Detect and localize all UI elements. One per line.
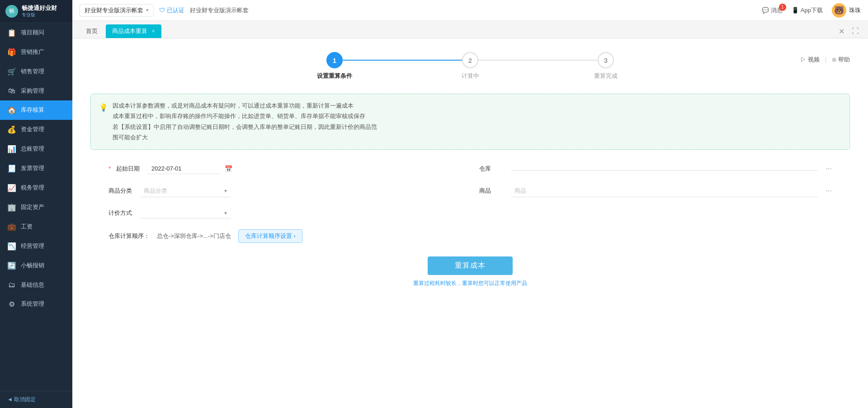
warehouse-order-settings-btn[interactable]: 仓库计算顺序设置 › <box>238 229 302 243</box>
nav-icon-basic: 🗂 <box>7 281 16 289</box>
sidebar-item-system[interactable]: ⚙系统管理 <box>0 294 72 314</box>
sidebar-item-invoice[interactable]: 🧾发票管理 <box>0 159 72 178</box>
step-2-circle: 2 <box>462 52 478 68</box>
verified-badge: 🛡 已认证 <box>159 6 184 14</box>
sidebar-item-tax[interactable]: 📈税务管理 <box>0 178 72 198</box>
goods-placeholder: 商品 <box>514 187 814 195</box>
sidebar-item-marketing[interactable]: 🎁营销推广 <box>0 43 72 62</box>
step-3: 3 重算完成 <box>538 52 674 80</box>
sidebar-item-purchase[interactable]: 🛍采购管理 <box>0 81 72 100</box>
message-btn[interactable]: 💬 消息 1 <box>762 6 783 14</box>
nav-icon-inventory: 🏠 <box>7 106 16 114</box>
goods-dots-btn[interactable]: ··· <box>826 187 832 195</box>
nav-label-invoice: 发票管理 <box>21 164 44 172</box>
goods-selector[interactable]: 商品 <box>511 185 818 197</box>
content-area: 1 设置重算条件 2 计算中 3 重算完成 ▷ 视频 | <box>72 38 868 408</box>
nav-label-expense: 小畅报销 <box>21 261 44 270</box>
unpin-label: ◄ 取消固定 <box>7 396 36 403</box>
topbar: 好业财专业版演示帐套 ▾ 🛡 已认证 好业财专业版演示帐套 💬 消息 1 📱 A… <box>72 0 868 21</box>
chat-icon: 💬 <box>762 7 769 14</box>
close-icon[interactable]: × <box>152 28 155 34</box>
sidebar-nav: 📋项目顾问🎁营销推广🛒销售管理🛍采购管理🏠库存核算💰资金管理📊总账管理🧾发票管理… <box>0 23 72 391</box>
nav-label-system: 系统管理 <box>21 300 44 308</box>
recalculate-btn-label: 重算成本 <box>455 261 486 269</box>
help-link[interactable]: ⊙ 帮助 <box>832 56 850 64</box>
category-selector[interactable]: 商品分类 ▾ <box>140 185 231 197</box>
warehouse-label: 仓库 <box>479 165 506 173</box>
app-download-label: App下载 <box>801 6 823 14</box>
sidebar: 畅 畅捷通好业财 专业版 📋项目顾问🎁营销推广🛒销售管理🛍采购管理🏠库存核算💰资… <box>0 0 72 408</box>
account-selector-text: 好业财专业版演示帐套 <box>85 6 143 14</box>
chevron-down-icon: ▾ <box>224 188 227 194</box>
nav-icon-sales: 🛒 <box>7 67 16 76</box>
step-1: 1 设置重算条件 <box>267 52 402 80</box>
pricing-label: 计价方式 <box>108 209 136 217</box>
form-row-1: * 起始日期 📅 仓库 ··· <box>108 163 832 174</box>
pricing-selector[interactable]: ▾ <box>140 208 231 218</box>
goods-label: 商品 <box>479 187 506 195</box>
nav-icon-project: 📋 <box>7 28 16 37</box>
account-name: 好业财专业版演示帐套 <box>190 6 249 14</box>
sidebar-item-inventory[interactable]: 🏠库存核算 <box>0 100 72 120</box>
sidebar-item-finance[interactable]: 💰资金管理 <box>0 120 72 139</box>
category-label: 商品分类 <box>108 187 136 195</box>
nav-label-sales: 销售管理 <box>21 67 44 76</box>
app-subtitle: 专业版 <box>22 12 57 18</box>
required-mark: * <box>108 165 111 172</box>
account-selector[interactable]: 好业财专业版演示帐套 ▾ <box>80 4 154 17</box>
nav-label-purchase: 采购管理 <box>21 87 44 95</box>
nav-label-marketing: 营销推广 <box>21 48 44 56</box>
warehouse-order-btn-label: 仓库计算顺序设置 <box>245 232 292 240</box>
sidebar-item-operations[interactable]: 📉经营管理 <box>0 237 72 256</box>
nav-icon-marketing: 🎁 <box>7 48 16 57</box>
app-logo: 畅 <box>5 5 18 18</box>
nav-icon-general: 📊 <box>7 145 16 153</box>
username: 珠珠 <box>849 6 861 14</box>
step-3-circle: 3 <box>598 52 614 68</box>
sidebar-item-salary[interactable]: 💼工资 <box>0 217 72 237</box>
recalculate-btn[interactable]: 重算成本 <box>428 256 513 275</box>
phone-icon: 📱 <box>792 7 799 14</box>
submit-hint: 重算过程耗时较长，重算时您可以正常使用产品 <box>413 280 527 287</box>
form-section: * 起始日期 📅 仓库 ··· 商品分类 商 <box>90 163 850 243</box>
sidebar-item-expense[interactable]: 🔄小畅报销 <box>0 256 72 275</box>
calendar-icon[interactable]: 📅 <box>225 165 232 172</box>
info-content: 因成本计算参数调整，或是对商品成本有疑问时，可以通过成本重算功能，重新计算一遍成… <box>113 100 377 143</box>
start-date-field: * 起始日期 📅 <box>108 163 461 174</box>
tab-goods-cost[interactable]: 商品成本重算 × <box>106 24 161 38</box>
info-line-3: 若【系统设置】中启用了自动调整记账日期时，会调整入库单的整单记账日期，因此重新计… <box>113 122 377 132</box>
expand-btn[interactable]: ⛶ <box>850 26 861 37</box>
sidebar-item-basic[interactable]: 🗂基础信息 <box>0 275 72 294</box>
start-date-input[interactable] <box>148 163 220 174</box>
message-badge: 1 <box>779 4 786 11</box>
stepper-help: ▷ 视频 | ⊙ 帮助 <box>800 56 850 64</box>
tabbar: 首页 商品成本重算 × ✕ ⛶ <box>72 21 868 38</box>
warehouse-selector[interactable] <box>511 166 818 171</box>
goods-field: 商品 商品 ··· <box>479 185 832 197</box>
sidebar-item-general[interactable]: 📊总账管理 <box>0 139 72 159</box>
sidebar-item-assets[interactable]: 🏢固定资产 <box>0 198 72 217</box>
warehouse-dots-btn[interactable]: ··· <box>826 165 832 173</box>
warehouse-order-row: 仓库计算顺序： 总仓->深圳仓库->...->门店仓 仓库计算顺序设置 › <box>108 229 832 243</box>
info-line-2: 成本重算过程中，影响库存账的操作均不能操作，比如进货单、销货单、库存单据不能审核… <box>113 111 377 121</box>
close-window-btn[interactable]: ✕ <box>837 26 846 37</box>
sidebar-item-project[interactable]: 📋项目顾问 <box>0 23 72 43</box>
step-1-circle: 1 <box>326 52 343 68</box>
sidebar-item-sales[interactable]: 🛒销售管理 <box>0 62 72 81</box>
nav-label-assets: 固定资产 <box>21 203 44 211</box>
sidebar-branding: 畅捷通好业财 专业版 <box>22 5 57 18</box>
step-1-number: 1 <box>333 57 336 64</box>
app-download-btn[interactable]: 📱 App下载 <box>792 6 823 14</box>
nav-icon-finance: 💰 <box>7 125 16 134</box>
category-field: 商品分类 商品分类 ▾ <box>108 185 461 197</box>
chevron-right-icon: › <box>294 232 296 239</box>
tab-goods-cost-label: 商品成本重算 <box>112 28 147 34</box>
nav-icon-salary: 💼 <box>7 223 16 231</box>
sidebar-unpin[interactable]: ◄ 取消固定 <box>0 391 72 408</box>
tab-home[interactable]: 首页 <box>80 24 104 38</box>
category-placeholder: 商品分类 <box>144 187 224 195</box>
video-link[interactable]: ▷ 视频 <box>800 56 820 64</box>
nav-label-finance: 资金管理 <box>21 125 44 133</box>
shield-icon: 🛡 <box>159 7 165 14</box>
user-profile[interactable]: 🐻 珠珠 <box>832 3 861 18</box>
